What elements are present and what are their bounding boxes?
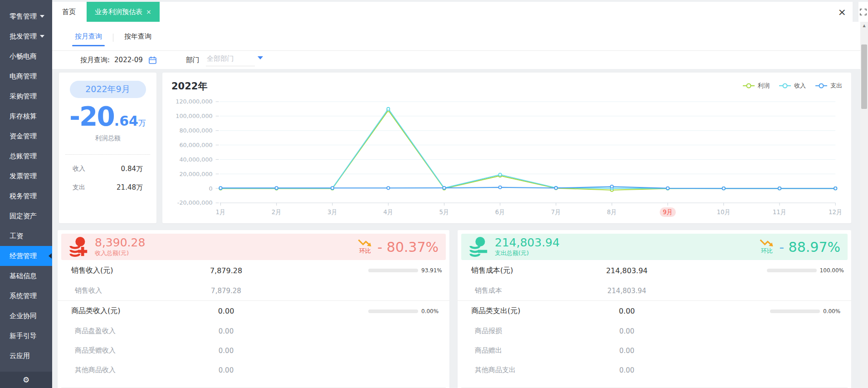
annual-chart-card: 2022年 利润 收入 支出 120,000,000100,000,00080,… — [162, 73, 851, 223]
row-label: 商品类收入(元) — [58, 306, 120, 316]
table-row[interactable]: 销售成本 214,803.94 — [458, 281, 851, 300]
income-header-texts: 8,390.28 收入总额(元) — [95, 236, 145, 258]
table-row[interactable]: 销售成本(元) 214,803.94 100.00% — [458, 260, 851, 281]
legend-item-expense[interactable]: 支出 — [815, 82, 842, 90]
table-row[interactable]: 商品类收入(元) 0.00 0.00% — [58, 300, 449, 321]
sidebar-item-purchasing[interactable]: 采购管理 — [0, 86, 52, 106]
progress-percent: 93.91% — [421, 267, 442, 274]
expense-total-label: 支出总额(元) — [495, 249, 560, 257]
sidebar-item-retail[interactable]: 零售管理 — [0, 6, 52, 26]
row-label: 销售成本(元) — [458, 266, 513, 275]
tab-yearly-query[interactable]: 按年查询 — [123, 32, 152, 47]
query-row: 按月查询: 2022-09 部门 全部部门 — [52, 51, 860, 69]
row-progress: 100.00% — [767, 267, 844, 274]
row-progress: 0.00% — [770, 308, 844, 314]
tab-monthly-query[interactable]: 按月查询 — [74, 32, 103, 47]
profit-unit: 万 — [138, 118, 146, 128]
scroll-up-icon[interactable]: ▲ — [860, 22, 868, 29]
legend-item-income[interactable]: 收入 — [779, 82, 806, 90]
row-value: 7,879.28 — [175, 266, 277, 275]
row-label: 商品盘盈收入 — [58, 327, 116, 335]
sidebar-item-payroll[interactable]: 工资 — [0, 226, 52, 246]
row-value: 0.00 — [175, 366, 277, 374]
calendar-icon[interactable] — [148, 56, 157, 64]
profit-summary-card: 2022年9月 -20.64万 利润总额 收入 0.84万 支出 21.48万 — [59, 73, 156, 223]
table-row[interactable]: 商品报损 0.00 — [458, 321, 851, 341]
month-picker-value[interactable]: 2022-09 — [114, 56, 143, 64]
table-row[interactable]: 商品受赠收入 0.00 — [58, 341, 449, 360]
progress-track — [368, 269, 418, 272]
sidebar-item-label: 经营管理 — [10, 252, 37, 260]
table-row[interactable]: 商品类支出(元) 0.00 0.00% — [458, 300, 851, 321]
income-ratio-icon-col: 环比 — [356, 239, 374, 255]
svg-text:6月: 6月 — [495, 209, 505, 216]
sidebar-item-general-ledger[interactable]: 总账管理 — [0, 146, 52, 166]
sidebar-item-basic-info[interactable]: 基础信息 — [0, 266, 52, 286]
table-row[interactable]: 商品赠出 0.00 — [458, 341, 851, 360]
vertical-scrollbar[interactable]: ▲ — [860, 22, 868, 388]
close-icon[interactable]: × — [832, 2, 853, 22]
sidebar-item-fixed-assets[interactable]: 固定资产 — [0, 206, 52, 226]
sidebar-item-invoice[interactable]: 发票管理 — [0, 166, 52, 186]
ratio-sign: - — [377, 239, 382, 255]
sidebar-item-tax[interactable]: 税务管理 — [0, 186, 52, 206]
row-label: 商品类支出(元) — [458, 306, 520, 316]
sidebar-item-inventory[interactable]: 库存核算 — [0, 106, 52, 126]
expense-ratio-value: - 88.97% — [779, 239, 840, 255]
profit-line-chart: 120,000,000100,000,00080,000,00060,000,0… — [171, 93, 842, 221]
svg-text:12月: 12月 — [829, 209, 842, 216]
department-select[interactable]: 全部部门 — [206, 54, 255, 66]
ratio-sign: - — [779, 239, 784, 255]
table-row[interactable]: 其他商品收入 0.00 — [58, 360, 449, 380]
expense-ratio-icon-col: 环比 — [758, 239, 775, 255]
caret-down-icon — [40, 35, 44, 38]
table-row[interactable]: 销售收入 7,879.28 — [58, 281, 449, 300]
ratio-caption: 环比 — [761, 247, 773, 255]
legend-label: 支出 — [830, 82, 842, 90]
svg-text:100,000,000: 100,000,000 — [176, 113, 212, 119]
gear-icon: ⚙ — [23, 375, 29, 384]
table-row[interactable]: 销售收入(元) 7,879.28 93.91% — [58, 260, 449, 281]
sidebar-item-label: 电商管理 — [10, 72, 37, 81]
sidebar-item-label: 库存核算 — [10, 112, 37, 121]
table-row[interactable]: 商品盘盈收入 0.00 — [58, 321, 449, 341]
progress-track — [770, 309, 820, 313]
svg-text:-20,000,000: -20,000,000 — [177, 199, 213, 206]
tab-monthly-label: 按月查询 — [75, 32, 102, 40]
progress-track — [767, 269, 817, 272]
tab-close-icon[interactable]: × — [146, 9, 151, 15]
caret-down-icon — [40, 15, 44, 18]
fullscreen-icon — [860, 9, 867, 15]
svg-text:1月: 1月 — [216, 209, 226, 216]
profit-total-value: -20.64万 — [59, 103, 156, 132]
sidebar-item-cloud-apps[interactable]: 云应用 — [0, 346, 52, 366]
sidebar-item-ecommerce[interactable]: 电商管理 — [0, 66, 52, 86]
department-select-value: 全部部门 — [207, 54, 234, 63]
legend-item-profit[interactable]: 利润 — [742, 82, 770, 90]
tab-profit-forecast[interactable]: 业务利润预估表 × — [87, 2, 160, 22]
sidebar-item-enterprise-collab[interactable]: 企业协同 — [0, 306, 52, 326]
fullscreen-button[interactable] — [858, 2, 868, 22]
settings-bar[interactable]: ⚙ — [0, 372, 52, 388]
row-progress: 0.00% — [368, 308, 442, 314]
table-row[interactable]: 其他商品支出 0.00 — [458, 360, 851, 380]
scrollbar-thumb[interactable] — [861, 44, 867, 109]
sidebar-item-label: 基础信息 — [10, 272, 37, 280]
sidebar-item-business-management[interactable]: 经营管理 — [0, 246, 52, 266]
row-label: 其他商品支出 — [458, 366, 516, 374]
sidebar-item-funds[interactable]: 资金管理 — [0, 126, 52, 146]
sidebar-item-label: 云应用 — [10, 352, 30, 360]
sidebar-item-system[interactable]: 系统管理 — [0, 286, 52, 306]
sidebar-item-label: 发票管理 — [10, 172, 37, 181]
row-value: 0.00 — [575, 307, 678, 315]
svg-text:11月: 11月 — [773, 209, 786, 216]
sidebar-item-beginner-guide[interactable]: 新手引导 — [0, 326, 52, 346]
tab-home[interactable]: 首页 — [52, 2, 87, 22]
svg-text:20,000,000: 20,000,000 — [179, 171, 212, 177]
sidebar-item-xiaochang-ecommerce[interactable]: 小畅电商 — [0, 46, 52, 66]
sidebar-item-label: 固定资产 — [10, 212, 37, 221]
sidebar-item-wholesale[interactable]: 批发管理 — [0, 26, 52, 46]
progress-percent: 0.00% — [421, 308, 442, 314]
legend-label: 收入 — [794, 82, 806, 90]
row-progress: 93.91% — [368, 267, 442, 274]
